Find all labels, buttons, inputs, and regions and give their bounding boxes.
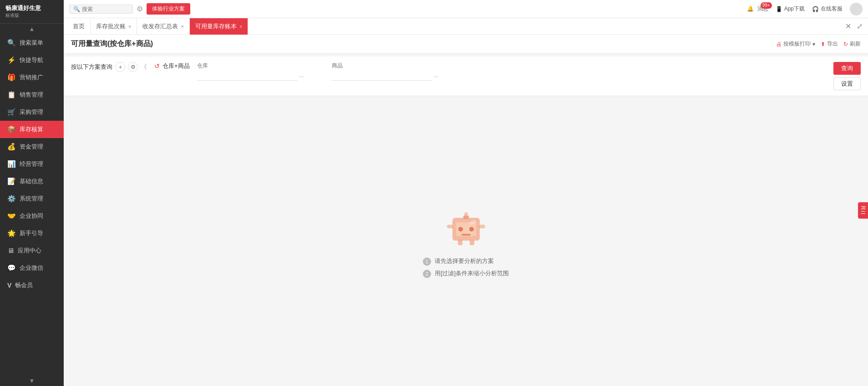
sidebar-item-label: 基础信息 bbox=[20, 177, 43, 185]
sidebar-item-purchase[interactable]: 🛒 采购管理 bbox=[0, 103, 64, 121]
sidebar-item-label: 经营管理 bbox=[20, 160, 43, 168]
tab-home[interactable]: 首页 bbox=[67, 18, 91, 35]
sidebar-item-label: 快捷导航 bbox=[20, 56, 43, 64]
tab-available-ledger-close[interactable]: × bbox=[239, 24, 242, 29]
close-tab-button[interactable]: ✕ bbox=[843, 22, 853, 31]
tab-batch-account-close[interactable]: × bbox=[128, 24, 131, 29]
sidebar-item-marketing[interactable]: 🎁 营销推广 bbox=[0, 69, 64, 86]
tab-receipts-summary-close[interactable]: × bbox=[181, 24, 183, 29]
sidebar-item-wechat[interactable]: 💬 企业微信 bbox=[0, 259, 64, 277]
sidebar-scroll-down[interactable]: ▼ bbox=[0, 376, 64, 386]
sidebar-item-label: 资金管理 bbox=[20, 143, 43, 151]
tab-batch-account[interactable]: 库存批次账 × bbox=[91, 18, 137, 35]
sidebar-item-search[interactable]: 🔍 搜索菜单 bbox=[0, 34, 64, 51]
search-icon: 🔍 bbox=[73, 6, 80, 12]
svg-rect-5 bbox=[463, 216, 469, 219]
sidebar-item-finance[interactable]: 💰 资金管理 bbox=[0, 138, 64, 155]
wechat-icon: 💬 bbox=[7, 264, 16, 272]
settings-button[interactable]: 设置 bbox=[833, 77, 861, 90]
sidebar-item-label: 新手引导 bbox=[20, 229, 43, 237]
sidebar-item-label: 应用中心 bbox=[18, 247, 41, 255]
member-icon: V bbox=[7, 282, 11, 289]
sidebar-item-label: 企业微信 bbox=[20, 264, 43, 272]
scheme-item-warehouse-product[interactable]: ↺ 仓库+商品 bbox=[154, 62, 190, 70]
refresh-button[interactable]: ↻ 刷新 bbox=[843, 40, 861, 48]
tab-receipts-summary-label: 收发存汇总表 bbox=[142, 22, 178, 31]
right-action-bar[interactable]: Rit bbox=[858, 202, 868, 219]
gear-icon[interactable]: ⚙ bbox=[137, 5, 143, 13]
sidebar-item-inventory[interactable]: 📦 库存核算 bbox=[0, 121, 64, 138]
export-label: 导出 bbox=[827, 40, 838, 48]
sidebar-logo: 畅康通好生意 标准版 bbox=[0, 0, 64, 24]
tab-available-ledger-label: 可用量库存账本 bbox=[195, 22, 237, 31]
sidebar-item-system[interactable]: ⚙️ 系统管理 bbox=[0, 190, 64, 207]
export-button[interactable]: ⬆ 导出 bbox=[821, 40, 838, 48]
sidebar-item-sales[interactable]: 📋 销售管理 bbox=[0, 86, 64, 103]
bell-icon: 🔔 bbox=[747, 5, 754, 12]
sidebar-item-member[interactable]: V 畅会员 bbox=[0, 277, 64, 294]
refresh-label: 刷新 bbox=[850, 40, 861, 48]
user-avatar[interactable] bbox=[850, 3, 863, 15]
message-button[interactable]: 🔔 99+ 消息 bbox=[747, 5, 768, 13]
app-download-button[interactable]: 📱 App下载 bbox=[776, 5, 805, 13]
hint-text-1: 请先选择要分析的方案 bbox=[435, 257, 494, 265]
purchase-icon: 🛒 bbox=[7, 108, 16, 116]
search-input[interactable] bbox=[82, 6, 129, 12]
sidebar-item-label: 采购管理 bbox=[20, 108, 43, 116]
search-icon: 🔍 bbox=[7, 39, 16, 47]
product-filter-field: 商品 ··· bbox=[332, 62, 459, 81]
tab-home-label: 首页 bbox=[73, 22, 85, 31]
sidebar-nav: 🔍 搜索菜单 ⚡ 快捷导航 🎁 营销推广 📋 销售管理 🛒 采购管理 📦 库存核… bbox=[0, 34, 64, 376]
tab-available-ledger[interactable]: 可用量库存账本 × bbox=[190, 18, 248, 35]
sidebar-item-label: 畅会员 bbox=[15, 281, 33, 289]
product-more-button[interactable]: ··· bbox=[434, 73, 439, 80]
sidebar-scroll-up[interactable]: ▲ bbox=[0, 24, 64, 34]
tab-receipts-summary[interactable]: 收发存汇总表 × bbox=[137, 18, 189, 35]
chevron-down-icon: ▾ bbox=[812, 41, 815, 47]
right-bar-label: Rit bbox=[860, 206, 866, 215]
svg-point-2 bbox=[458, 227, 463, 232]
product-label: 商品 bbox=[332, 62, 459, 70]
product-input[interactable] bbox=[332, 72, 432, 81]
inventory-icon: 📦 bbox=[7, 125, 16, 134]
online-service-button[interactable]: 🎧 在线客服 bbox=[812, 5, 843, 13]
sidebar-item-appstore[interactable]: 🖥 应用中心 bbox=[0, 242, 64, 259]
sidebar-item-ops[interactable]: 📊 经营管理 bbox=[0, 155, 64, 173]
system-icon: ⚙️ bbox=[7, 195, 16, 203]
tabs-actions: ✕ ⤢ bbox=[843, 22, 864, 31]
query-button[interactable]: 查询 bbox=[833, 62, 861, 75]
hint-text-2: 用[过滤]条件来缩小分析范围 bbox=[435, 269, 509, 278]
sidebar-item-newuser[interactable]: 🌟 新手引导 bbox=[0, 225, 64, 242]
quick-nav-icon: ⚡ bbox=[7, 56, 16, 64]
warehouse-input[interactable] bbox=[197, 72, 297, 81]
trial-button[interactable]: 体验行业方案 bbox=[147, 3, 190, 15]
content-wrapper: 可用量查询(按仓库+商品) 🖨 按模板打印 ▾ ⬆ 导出 ↻ 刷新 bbox=[64, 35, 868, 386]
settings-scheme-button[interactable]: ⚙ bbox=[128, 62, 138, 72]
svg-point-3 bbox=[469, 227, 474, 232]
sidebar-item-label: 企业协同 bbox=[20, 212, 43, 220]
warehouse-more-button[interactable]: ··· bbox=[299, 73, 304, 80]
filter-scheme-section: 按以下方案查询 ＋ ⚙ 《 bbox=[71, 62, 147, 72]
message-badge: 99+ bbox=[761, 2, 772, 9]
svg-rect-7 bbox=[458, 240, 462, 245]
expand-tab-button[interactable]: ⤢ bbox=[855, 22, 864, 31]
empty-hints: 1 请先选择要分析的方案 2 用[过滤]条件来缩小分析范围 bbox=[423, 257, 509, 278]
page-title: 可用量查询(按仓库+商品) bbox=[71, 39, 153, 49]
print-button[interactable]: 🖨 按模板打印 ▾ bbox=[776, 40, 815, 48]
topbar-search-box[interactable]: 🔍 bbox=[69, 5, 133, 14]
collapse-scheme-button[interactable]: 《 bbox=[141, 63, 147, 71]
phone-icon: 📱 bbox=[776, 6, 782, 12]
add-scheme-button[interactable]: ＋ bbox=[115, 62, 125, 72]
export-icon: ⬆ bbox=[821, 41, 825, 47]
hint-num-1: 1 bbox=[423, 257, 431, 266]
sidebar-item-label: 系统管理 bbox=[20, 195, 43, 203]
sidebar-item-enterprise[interactable]: 🤝 企业协同 bbox=[0, 207, 64, 225]
app-download-label: App下载 bbox=[784, 5, 805, 13]
topbar: 🔍 ⚙ 体验行业方案 🔔 99+ 消息 📱 App下载 🎧 在线客服 bbox=[64, 0, 868, 18]
sidebar-item-basic[interactable]: 📝 基础信息 bbox=[0, 173, 64, 190]
page-content: 可用量查询(按仓库+商品) 🖨 按模板打印 ▾ ⬆ 导出 ↻ 刷新 bbox=[64, 35, 868, 386]
filter-actions: 查询 设置 bbox=[833, 62, 861, 90]
warehouse-input-row: ··· bbox=[197, 72, 325, 81]
sidebar-item-quick-nav[interactable]: ⚡ 快捷导航 bbox=[0, 51, 64, 69]
sales-icon: 📋 bbox=[7, 91, 16, 99]
